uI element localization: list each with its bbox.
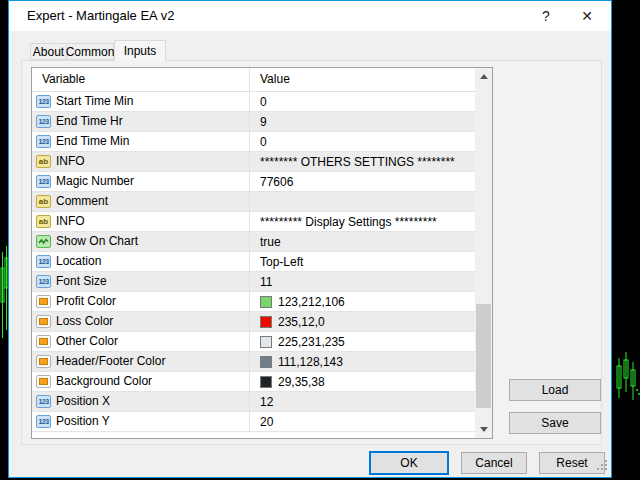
table-row[interactable]: Show On Chart true [32,232,475,252]
table-row[interactable]: 123 Location Top-Left [32,252,475,272]
tab-about[interactable]: About [30,43,67,60]
param-value[interactable]: 77606 [250,172,475,191]
help-icon: ? [542,8,550,24]
param-value[interactable]: 12 [250,392,475,411]
param-cell: 123 Position Y [32,412,250,431]
param-cell: ab INFO [32,212,250,231]
param-cell: Other Color [32,332,250,351]
numeric-param-icon: 123 [36,395,51,408]
param-cell: 123 End Time Hr [32,112,250,131]
param-value-text: 11 [260,275,272,289]
table-row[interactable]: Background Color 29,35,38 [32,372,475,392]
table-row[interactable]: ab Comment [32,192,475,212]
param-name: Background Color [56,374,152,388]
param-value-text: 225,231,235 [278,335,345,349]
param-value[interactable]: 111,128,143 [250,352,475,371]
param-value[interactable]: 123,212,106 [250,292,475,311]
param-value-text: Top-Left [260,255,303,269]
table-row[interactable]: Header/Footer Color 111,128,143 [32,352,475,372]
param-value[interactable]: 0 [250,132,475,151]
param-value[interactable]: true [250,232,475,251]
table-row[interactable]: 123 End Time Hr 9 [32,112,475,132]
table-row[interactable]: 123 End Time Min 0 [32,132,475,152]
param-name: Show On Chart [56,234,138,248]
bool-param-icon [36,235,51,248]
table-row[interactable]: ab INFO ******** OTHERS SETTINGS *******… [32,152,475,172]
param-cell: 123 Start Time Min [32,92,250,111]
param-value[interactable]: Top-Left [250,252,475,271]
table-row[interactable]: 123 Magic Number 77606 [32,172,475,192]
param-value[interactable]: 9 [250,112,475,131]
chart-candles-right [613,0,640,480]
param-name: Position X [56,394,110,408]
column-header-value: Value [250,68,475,91]
ok-button[interactable]: OK [369,451,449,475]
param-value[interactable]: 225,231,235 [250,332,475,351]
table-row[interactable]: Profit Color 123,212,106 [32,292,475,312]
numeric-param-icon: 123 [36,135,51,148]
table-body: Variable Value 123 Start Time Min 0 123 … [32,68,475,438]
param-cell: 123 End Time Min [32,132,250,151]
screen: Expert - Martingale EA v2 ? ✕ About Comm… [0,0,640,480]
close-button[interactable]: ✕ [571,1,603,31]
load-button[interactable]: Load [509,379,601,401]
table-row[interactable]: Loss Color 235,12,0 [32,312,475,332]
text-param-icon: ab [36,215,51,228]
param-value[interactable]: ******** OTHERS SETTINGS ******** [250,152,475,171]
table-row[interactable]: 123 Position Y 20 [32,412,475,432]
param-value[interactable]: ********* Display Settings ********* [250,212,475,231]
color-param-icon [36,375,51,388]
param-value-text: 12 [260,395,273,409]
param-value-text: 20 [260,415,273,429]
help-button[interactable]: ? [530,1,562,31]
param-value-text: true [260,235,281,249]
reset-button[interactable]: Reset [539,452,605,474]
param-cell: 123 Magic Number [32,172,250,191]
param-name: Magic Number [56,174,134,188]
color-swatch [260,296,272,308]
tab-common[interactable]: Common [66,43,114,60]
resize-grip[interactable] [601,464,603,466]
inputs-table: Variable Value 123 Start Time Min 0 123 … [31,67,493,439]
param-value[interactable]: 11 [250,272,475,291]
scrollbar-thumb[interactable] [476,304,491,408]
table-row[interactable]: ab INFO ********* Display Settings *****… [32,212,475,232]
param-name: INFO [56,214,85,228]
text-param-icon: ab [36,155,51,168]
param-value-text: 111,128,143 [278,355,343,369]
vertical-scrollbar[interactable] [475,68,492,438]
numeric-param-icon: 123 [36,255,51,268]
chart-candles-left [0,0,8,480]
param-value[interactable]: 0 [250,92,475,111]
param-value[interactable]: 20 [250,412,475,431]
color-swatch [260,316,272,328]
table-row[interactable]: 123 Start Time Min 0 [32,92,475,112]
color-swatch [260,336,272,348]
save-button[interactable]: Save [509,412,601,434]
scroll-down-icon [480,427,488,432]
param-value[interactable]: 29,35,38 [250,372,475,391]
param-name: Comment [56,194,108,208]
param-value-text: 9 [260,115,267,129]
param-value-text: 0 [260,95,267,109]
cancel-button[interactable]: Cancel [461,452,527,474]
param-name: Header/Footer Color [56,354,165,368]
scroll-up-button[interactable] [475,68,492,85]
tab-inputs[interactable]: Inputs [114,40,166,61]
column-header-variable: Variable [32,68,250,91]
color-param-icon [36,315,51,328]
table-row[interactable]: Other Color 225,231,235 [32,332,475,352]
numeric-param-icon: 123 [36,175,51,188]
close-icon: ✕ [581,8,593,24]
param-value[interactable]: 235,12,0 [250,312,475,331]
numeric-param-icon: 123 [36,275,51,288]
param-value[interactable] [250,192,475,211]
table-row[interactable]: 123 Position X 12 [32,392,475,412]
window-title: Expert - Martingale EA v2 [27,8,174,23]
scroll-down-button[interactable] [475,421,492,438]
param-name: INFO [56,154,85,168]
table-row[interactable]: 123 Font Size 11 [32,272,475,292]
titlebar: Expert - Martingale EA v2 ? ✕ [9,1,611,31]
table-header: Variable Value [32,68,475,92]
color-param-icon [36,295,51,308]
